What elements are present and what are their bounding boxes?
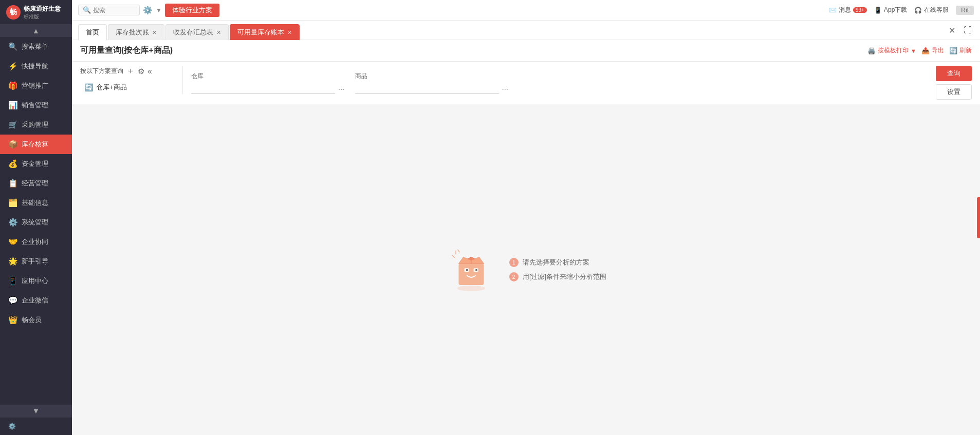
sidebar-item-purchase[interactable]: 🛒 采购管理 bbox=[0, 115, 72, 135]
sidebar-item-system[interactable]: ⚙️ 系统管理 bbox=[0, 213, 72, 232]
sidebar-item-finance[interactable]: 💰 资金管理 bbox=[0, 154, 72, 174]
crown-icon: 👑 bbox=[8, 315, 17, 325]
folder-icon: 🗂️ bbox=[8, 198, 17, 207]
gift-icon: 🎁 bbox=[8, 81, 17, 90]
tabbar-right-actions: ✕ ⛶ bbox=[947, 24, 974, 36]
sidebar-item-inventory[interactable]: 📦 库存核算 bbox=[0, 135, 72, 154]
tab-close-button[interactable]: ✕ bbox=[947, 24, 957, 36]
svg-line-8 bbox=[458, 250, 460, 252]
tab-available-ledger[interactable]: 可用量库存账本 ✕ bbox=[230, 24, 300, 40]
warehouse-more-icon[interactable]: ··· bbox=[338, 84, 345, 94]
industry-solution-button[interactable]: 体验行业方案 bbox=[165, 4, 219, 17]
empty-tips: 1 请先选择要分析的方案 2 用[过滤]条件来缩小分析范围 bbox=[509, 258, 606, 281]
svg-rect-4 bbox=[466, 269, 468, 271]
query-button[interactable]: 查询 bbox=[936, 66, 972, 81]
tab-batch-ledger[interactable]: 库存批次账 ✕ bbox=[108, 24, 164, 40]
settings-bottom-icon: ⚙️ bbox=[8, 423, 16, 430]
empty-tip-2: 2 用[过滤]条件来缩小分析范围 bbox=[509, 272, 606, 281]
online-service-item[interactable]: 🎧 在线客服 bbox=[914, 6, 949, 14]
page-content: 可用量查询(按仓库+商品) 🖨️ 按模板打印 ▼ 📤 导出 🔄 刷新 bbox=[72, 40, 980, 435]
sidebar-scroll-down[interactable]: ▼ bbox=[0, 405, 72, 417]
tab-close-batch-ledger[interactable]: ✕ bbox=[152, 29, 157, 36]
message-icon: ✉️ bbox=[829, 7, 837, 14]
filter-section: 按以下方案查询 ＋ ⚙ « 🔄 仓库+商品 仓库 bbox=[72, 62, 980, 104]
svg-point-0 bbox=[457, 286, 486, 291]
sidebar-item-basics[interactable]: 🗂️ 基础信息 bbox=[0, 193, 72, 213]
sidebar-nav: 🔍 搜索菜单 ⚡ 快捷导航 🎁 营销推广 📊 销售管理 🛒 采购管理 📦 库存核… bbox=[0, 37, 72, 405]
filter-actions: 查询 设置 bbox=[926, 66, 972, 100]
topbar-gear-icon[interactable]: ⚙️ bbox=[143, 6, 153, 15]
chat-icon: 💬 bbox=[8, 296, 17, 305]
sidebar-item-apps[interactable]: 📱 应用中心 bbox=[0, 271, 72, 291]
scheme-settings-button[interactable]: ⚙ bbox=[138, 67, 144, 76]
warehouse-label: 仓库 bbox=[191, 72, 335, 81]
topbar-dropdown-icon[interactable]: ▼ bbox=[156, 7, 162, 14]
search-icon: 🔍 bbox=[83, 6, 91, 14]
sidebar-item-member[interactable]: 👑 畅会员 bbox=[0, 310, 72, 330]
empty-box-svg bbox=[446, 241, 497, 298]
topbar: 🔍 ⚙️ ▼ 体验行业方案 ✉️ 消息 99+ 📱 App下载 🎧 在线客服 R bbox=[72, 0, 980, 21]
export-button[interactable]: 📤 导出 bbox=[921, 46, 944, 55]
topbar-search-box[interactable]: 🔍 bbox=[78, 5, 140, 15]
headset-icon: 🎧 bbox=[914, 7, 922, 14]
sidebar-item-enterprise[interactable]: 🤝 企业协同 bbox=[0, 232, 72, 252]
warehouse-input[interactable] bbox=[191, 82, 335, 94]
empty-state: 1 请先选择要分析的方案 2 用[过滤]条件来缩小分析范围 bbox=[72, 104, 980, 435]
sidebar-item-marketing[interactable]: 🎁 营销推广 bbox=[0, 76, 72, 96]
sidebar-item-wechat[interactable]: 💬 企业微信 bbox=[0, 291, 72, 310]
topbar-right: ✉️ 消息 99+ 📱 App下载 🎧 在线客服 Rit bbox=[829, 6, 974, 15]
product-field: 商品 ··· bbox=[355, 72, 509, 94]
message-item[interactable]: ✉️ 消息 99+ bbox=[829, 6, 867, 14]
sidebar-logo: 畅 畅康通好生意 标准版 bbox=[0, 0, 72, 25]
collapse-filter-button[interactable]: « bbox=[147, 67, 152, 76]
scheme-item-warehouse-product[interactable]: 🔄 仓库+商品 bbox=[80, 81, 176, 94]
page-header-actions: 🖨️ 按模板打印 ▼ 📤 导出 🔄 刷新 bbox=[867, 46, 972, 55]
filter-scheme-header: 按以下方案查询 ＋ ⚙ « bbox=[80, 66, 176, 77]
topbar-left: 🔍 ⚙️ ▼ 体验行业方案 bbox=[78, 4, 825, 17]
sidebar-item-search[interactable]: 🔍 搜索菜单 bbox=[0, 37, 72, 56]
print-dropdown-icon[interactable]: ▼ bbox=[911, 48, 916, 54]
sidebar-bottom[interactable]: ⚙️ bbox=[0, 417, 72, 435]
tab-expand-button[interactable]: ⛶ bbox=[961, 25, 974, 36]
page-header: 可用量查询(按仓库+商品) 🖨️ 按模板打印 ▼ 📤 导出 🔄 刷新 bbox=[72, 40, 980, 62]
phone-icon: 📱 bbox=[8, 276, 17, 286]
refresh-button[interactable]: 🔄 刷新 bbox=[949, 46, 972, 55]
sidebar-item-operations[interactable]: 📋 经营管理 bbox=[0, 174, 72, 193]
user-avatar[interactable]: Rit bbox=[956, 6, 974, 15]
sidebar-scroll-up[interactable]: ▲ bbox=[0, 25, 72, 37]
filter-settings-button[interactable]: 设置 bbox=[936, 84, 972, 100]
product-label: 商品 bbox=[355, 72, 499, 81]
print-button[interactable]: 🖨️ 按模板打印 ▼ bbox=[867, 46, 916, 55]
sidebar-item-sales[interactable]: 📊 销售管理 bbox=[0, 96, 72, 115]
cart-icon: 🛒 bbox=[8, 120, 17, 129]
app-download-item[interactable]: 📱 App下载 bbox=[874, 6, 907, 14]
tab-close-available-ledger[interactable]: ✕ bbox=[287, 29, 292, 36]
inventory-icon: 📦 bbox=[8, 140, 17, 149]
tab-stock-summary[interactable]: 收发存汇总表 ✕ bbox=[165, 24, 229, 40]
sidebar: 畅 畅康通好生意 标准版 ▲ 🔍 搜索菜单 ⚡ 快捷导航 🎁 营销推广 📊 销售… bbox=[0, 0, 72, 435]
star-icon: 🌟 bbox=[8, 257, 17, 266]
sidebar-item-newbie[interactable]: 🌟 新手引导 bbox=[0, 252, 72, 271]
product-more-icon[interactable]: ··· bbox=[502, 84, 509, 94]
refresh-icon: 🔄 bbox=[949, 47, 957, 54]
empty-tip-1: 1 请先选择要分析的方案 bbox=[509, 258, 606, 267]
main-area: 🔍 ⚙️ ▼ 体验行业方案 ✉️ 消息 99+ 📱 App下载 🎧 在线客服 R bbox=[72, 0, 980, 435]
product-input[interactable] bbox=[355, 82, 499, 94]
page-title: 可用量查询(按仓库+商品) bbox=[80, 45, 173, 56]
svg-line-6 bbox=[452, 255, 455, 258]
tab-home[interactable]: 首页 bbox=[78, 24, 107, 40]
empty-illustration bbox=[446, 244, 497, 295]
right-scrollbar-indicator bbox=[977, 197, 980, 238]
warehouse-field: 仓库 ··· bbox=[191, 72, 345, 94]
tab-close-stock-summary[interactable]: ✕ bbox=[216, 29, 221, 36]
logo-icon: 畅 bbox=[6, 5, 21, 20]
sidebar-item-shortcut[interactable]: ⚡ 快捷导航 bbox=[0, 56, 72, 76]
shortcut-icon: ⚡ bbox=[8, 62, 17, 71]
export-icon: 📤 bbox=[921, 47, 930, 54]
svg-rect-1 bbox=[458, 263, 484, 285]
money-icon: 💰 bbox=[8, 159, 17, 168]
chart-icon: 📊 bbox=[8, 101, 17, 110]
sidebar-logo-text: 畅康通好生意 标准版 bbox=[24, 5, 61, 20]
add-scheme-button[interactable]: ＋ bbox=[126, 66, 135, 77]
search-input[interactable] bbox=[93, 7, 134, 14]
